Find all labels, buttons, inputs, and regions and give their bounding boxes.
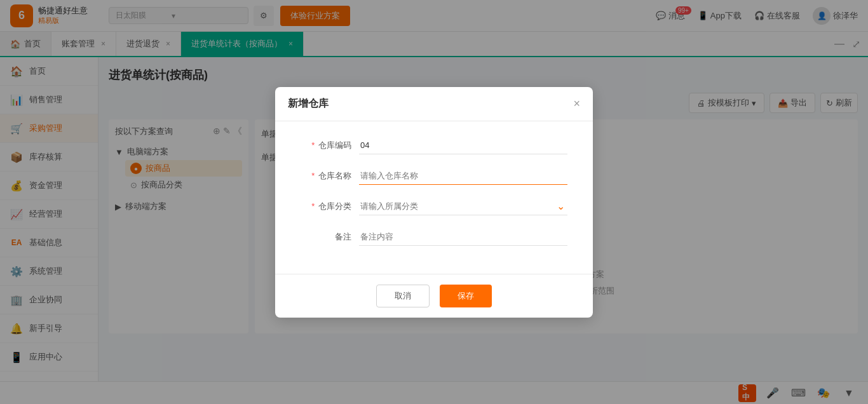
modal-footer: 取消 保存 (275, 274, 593, 318)
name-label: * 仓库名称 (301, 170, 351, 182)
category-input-wrap: ⌄ (359, 198, 567, 215)
warehouse-code-input[interactable] (359, 137, 567, 154)
form-row-name: * 仓库名称 (301, 167, 567, 185)
save-button[interactable]: 保存 (440, 285, 492, 307)
modal-title: 新增仓库 (288, 97, 329, 111)
category-label: * 仓库分类 (301, 201, 351, 212)
required-star-code: * (311, 140, 315, 150)
modal-overlay[interactable]: 新增仓库 × * 仓库编码 * 仓库名称 (0, 0, 868, 404)
modal-header: 新增仓库 × (275, 87, 593, 121)
modal-body: * 仓库编码 * 仓库名称 * 仓库分类 (275, 121, 593, 274)
note-label: 备注 (301, 231, 351, 243)
code-label: * 仓库编码 (301, 140, 351, 151)
warehouse-category-input[interactable] (359, 198, 567, 215)
warehouse-note-input[interactable] (359, 228, 567, 246)
warehouse-name-input[interactable] (359, 167, 567, 185)
required-star-category: * (311, 201, 315, 211)
cancel-button[interactable]: 取消 (376, 285, 430, 307)
form-row-code: * 仓库编码 (301, 137, 567, 154)
modal-close-btn[interactable]: × (573, 98, 580, 109)
form-row-category: * 仓库分类 ⌄ (301, 198, 567, 215)
required-star-name: * (311, 171, 315, 180)
form-row-note: 备注 (301, 228, 567, 246)
new-warehouse-modal: 新增仓库 × * 仓库编码 * 仓库名称 (275, 87, 593, 318)
